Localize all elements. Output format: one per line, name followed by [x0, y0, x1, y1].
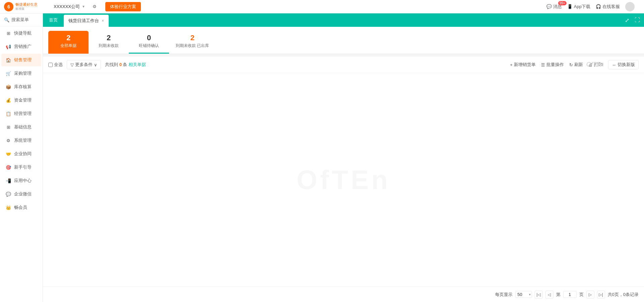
switch-icon: ↔	[612, 62, 616, 67]
app-label: App下载	[574, 4, 590, 10]
per-page-select-wrap[interactable]: 50 100 200	[515, 291, 532, 298]
quick-nav-icon: ⊞	[5, 30, 11, 36]
select-all-input[interactable]	[48, 63, 53, 67]
system-icon: ⚙	[5, 137, 11, 143]
app-center-icon: 📲	[5, 178, 11, 184]
stat-wangpu-count: 0	[136, 34, 162, 42]
last-page-button[interactable]: ▷|	[597, 291, 605, 299]
found-text: 共找到 0 条 相关单据	[105, 62, 146, 68]
sidebar-item-capital[interactable]: 💰 资金管理	[1, 94, 41, 107]
filter-icon: ▽	[70, 62, 74, 67]
sidebar-item-member[interactable]: 👑 畅会员	[1, 201, 41, 214]
batch-ops-button[interactable]: ☰ 批量操作	[541, 62, 564, 68]
sidebar-item-label: 资金管理	[14, 97, 32, 103]
marketing-icon: 📢	[5, 44, 11, 50]
stat-tab-overdue-shipped[interactable]: 2 到期未收款 已出库	[169, 31, 216, 54]
sidebar-search[interactable]: 🔍 搜索菜单	[0, 13, 43, 26]
sidebar-item-inventory[interactable]: 📦 库存核算	[1, 80, 41, 93]
stat-overdue-shipped-label: 到期未收款 已出库	[176, 43, 209, 49]
stat-tab-all[interactable]: 2 全部单据	[48, 31, 89, 54]
sidebar-item-wechat[interactable]: 💬 企业微信	[1, 188, 41, 200]
stat-overdue-label: 到期未收款	[95, 43, 122, 49]
filter-button[interactable]: ▽ 更多条件 ∨	[67, 60, 101, 69]
switch-version-button[interactable]: ↔ 切换新版	[608, 60, 639, 69]
first-page-button[interactable]: |◁	[535, 291, 543, 299]
company-dropdown-icon: ▼	[82, 5, 85, 8]
table-area: OfTEn	[43, 73, 644, 287]
sidebar-item-label: 采购管理	[14, 70, 32, 76]
app-download-button[interactable]: 📱 App下载	[567, 4, 590, 10]
filter-label: 更多条件	[75, 62, 93, 68]
sidebar-item-label: 系统管理	[14, 137, 32, 143]
sidebar-item-base[interactable]: ⊞ 基础信息	[1, 121, 41, 133]
avatar[interactable]	[625, 2, 635, 11]
app-icon: 📱	[567, 4, 573, 9]
settings-button[interactable]: ⚙	[90, 2, 99, 11]
refresh-icon: ↻	[569, 62, 573, 67]
total-info: 共0页，0条记录	[608, 292, 639, 298]
service-label: 在线客服	[602, 4, 620, 10]
main-layout: 🔍 搜索菜单 ⊞ 快捷导航 📢 营销推广 🏠 销售管理 🛒 采购管理 📦 库存核…	[0, 13, 644, 302]
header-right: 💬 消息 99+ 📱 App下载 🎧 在线客服	[546, 2, 640, 11]
sidebar-item-label: 企业协同	[14, 151, 32, 157]
refresh-button[interactable]: ↻ 刷新	[569, 62, 583, 68]
service-icon: 🎧	[596, 4, 601, 9]
sidebar-item-quick-nav[interactable]: ⊞ 快捷导航	[1, 27, 41, 40]
sidebar-item-label: 库存核算	[14, 84, 32, 90]
found-link[interactable]: 相关单据	[128, 62, 146, 67]
toolbar: 全选 ▽ 更多条件 ∨ 共找到 0 条 相关单据 + 新增销货单	[43, 57, 644, 73]
stat-tab-wangpu[interactable]: 0 旺铺待确认	[129, 31, 169, 54]
sidebar-item-label: 销售管理	[14, 57, 32, 63]
corp-icon: 🤝	[5, 151, 11, 157]
sidebar-item-label: 营销推广	[14, 44, 32, 50]
message-button[interactable]: 💬 消息 99+	[546, 4, 562, 10]
per-page-select[interactable]: 50 100 200	[515, 291, 532, 298]
stat-all-count: 2	[55, 34, 82, 42]
toolbar-right: + 新增销货单 ☰ 批量操作 ↻ 刷新 🖨 打印	[510, 60, 639, 69]
stat-wangpu-label: 旺铺待确认	[136, 43, 162, 49]
sidebar-item-marketing[interactable]: 📢 营销推广	[1, 40, 41, 53]
sidebar-item-system[interactable]: ⚙ 系统管理	[1, 134, 41, 147]
sidebar-item-app-center[interactable]: 📲 应用中心	[1, 174, 41, 187]
select-all-label: 全选	[54, 62, 63, 68]
sidebar-item-corp[interactable]: 🤝 企业协同	[1, 147, 41, 160]
stat-all-label: 全部单据	[55, 43, 82, 49]
new-sales-button[interactable]: + 新增销货单	[510, 62, 536, 68]
page-unit: 页	[579, 292, 584, 298]
stat-tab-overdue[interactable]: 2 到期未收款	[89, 31, 129, 54]
tab-current-label: 钱货日清工作台	[68, 18, 99, 24]
sidebar-item-label: 企业微信	[14, 191, 32, 197]
sidebar-item-purchase[interactable]: 🛒 采购管理	[1, 67, 41, 80]
message-icon: 💬	[546, 4, 552, 9]
next-page-button[interactable]: ▷	[586, 291, 594, 299]
sidebar-item-guide[interactable]: 🎯 新手引导	[1, 161, 41, 174]
print-button[interactable]: 🖨 打印	[588, 62, 603, 68]
tab-close-icon[interactable]: ×	[102, 19, 104, 23]
tab-home[interactable]: 首页	[43, 13, 64, 27]
company-selector[interactable]: XXXXXX公司 ▼ ⚙ 体验行业方案	[47, 2, 546, 11]
select-all-checkbox[interactable]: 全选	[48, 62, 63, 68]
prev-page-button[interactable]: ◁	[545, 291, 553, 299]
capital-icon: 💰	[5, 97, 11, 103]
sidebar-item-label: 基础信息	[14, 124, 32, 130]
found-count: 0	[119, 62, 122, 67]
tab-home-label: 首页	[49, 17, 58, 23]
purchase-icon: 🛒	[5, 70, 11, 76]
online-service-button[interactable]: 🎧 在线客服	[596, 4, 620, 10]
stat-overdue-count: 2	[95, 34, 122, 42]
tab-current[interactable]: 钱货日清工作台 ×	[64, 15, 109, 27]
current-page-input[interactable]	[563, 291, 577, 298]
sidebar-item-label: 新手引导	[14, 164, 32, 170]
tab-expand-icon[interactable]: ⛶	[633, 16, 641, 24]
top-header: 6 畅捷通好生意 标准版 XXXXXX公司 ▼ ⚙ 体验行业方案 💬 消息 99…	[0, 0, 644, 13]
logo-area: 6 畅捷通好生意 标准版	[4, 2, 47, 11]
sidebar: 🔍 搜索菜单 ⊞ 快捷导航 📢 营销推广 🏠 销售管理 🛒 采购管理 📦 库存核…	[0, 13, 43, 302]
logo-badge: 标准版	[15, 7, 38, 11]
sidebar-item-operation[interactable]: 📋 经营管理	[1, 107, 41, 120]
refresh-label: 刷新	[574, 62, 583, 68]
guide-icon: 🎯	[5, 164, 11, 170]
tab-bar: 首页 钱货日清工作台 × ⤢ ⛶	[43, 13, 644, 27]
tab-minimize-icon[interactable]: ⤢	[624, 16, 631, 25]
sidebar-item-sales[interactable]: 🏠 销售管理	[1, 54, 41, 66]
experience-btn[interactable]: 体验行业方案	[105, 2, 141, 11]
